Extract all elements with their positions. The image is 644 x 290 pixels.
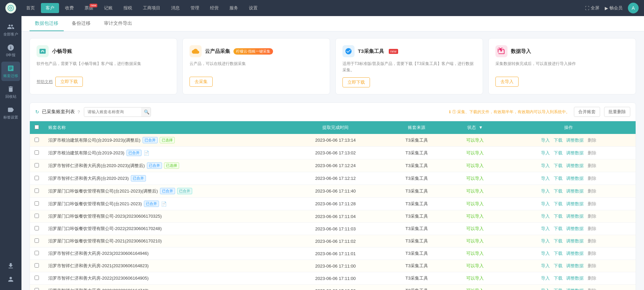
row-checkbox-2[interactable] bbox=[35, 150, 39, 155]
sidebar-item-tag-settings[interactable]: 标签设置 bbox=[1, 103, 20, 123]
action-import-3[interactable]: 导入 bbox=[540, 163, 551, 168]
user-avatar[interactable]: A bbox=[628, 3, 639, 13]
action-import-5[interactable]: 导入 bbox=[540, 189, 551, 194]
action-adjust-11[interactable]: 调整数据 bbox=[565, 263, 585, 268]
action-import-8[interactable]: 导入 bbox=[540, 226, 551, 231]
action-import-1[interactable]: 导入 bbox=[540, 138, 551, 143]
action-delete-11[interactable]: 删除 bbox=[586, 263, 598, 268]
action-delete-3[interactable]: 删除 bbox=[586, 163, 598, 168]
action-download-5[interactable]: 下载 bbox=[552, 189, 564, 194]
row-checkbox-9[interactable] bbox=[35, 238, 39, 243]
nav-business[interactable]: 工商项目 bbox=[138, 3, 165, 13]
action-delete-13[interactable]: 删除 bbox=[586, 288, 598, 290]
action-download-11[interactable]: 下载 bbox=[552, 263, 564, 268]
sidebar-item-all-clients[interactable]: 全部客户 bbox=[1, 20, 20, 40]
action-adjust-8[interactable]: 调整数据 bbox=[565, 226, 585, 231]
action-adjust-9[interactable]: 调整数据 bbox=[565, 238, 585, 243]
nav-management[interactable]: 管理 bbox=[186, 3, 204, 13]
row-checkbox-11[interactable] bbox=[35, 263, 39, 268]
action-delete-1[interactable]: 删除 bbox=[586, 138, 598, 143]
row-checkbox-13[interactable] bbox=[35, 288, 39, 290]
search-input[interactable] bbox=[84, 108, 141, 116]
row-checkbox-8[interactable] bbox=[35, 226, 39, 230]
action-delete-8[interactable]: 删除 bbox=[586, 226, 598, 231]
data-import-btn[interactable]: 去导入 bbox=[495, 77, 519, 87]
action-delete-9[interactable]: 删除 bbox=[586, 238, 598, 243]
nav-settings[interactable]: 设置 bbox=[244, 3, 262, 13]
action-import-4[interactable]: 导入 bbox=[540, 176, 551, 181]
action-delete-10[interactable]: 删除 bbox=[586, 251, 598, 256]
action-adjust-13[interactable]: 调整数据 bbox=[565, 288, 585, 290]
xiaochange-help-link[interactable]: 帮助文档 bbox=[37, 79, 53, 85]
search-button[interactable]: 🔍 bbox=[141, 107, 151, 117]
action-adjust-3[interactable]: 调整数据 bbox=[565, 163, 585, 168]
row-checkbox-5[interactable] bbox=[35, 189, 39, 193]
nav-client[interactable]: 客户 bbox=[41, 3, 59, 13]
select-all-checkbox[interactable] bbox=[35, 125, 39, 129]
row-checkbox-4[interactable] bbox=[35, 176, 39, 180]
sidebar-item-user[interactable] bbox=[1, 273, 20, 286]
action-import-11[interactable]: 导入 bbox=[540, 263, 551, 268]
row-checkbox-3[interactable] bbox=[35, 163, 39, 167]
action-import-12[interactable]: 导入 bbox=[540, 276, 551, 281]
membership-button[interactable]: ▶ 畅会员 bbox=[605, 5, 623, 11]
xiaochange-download-btn[interactable]: 立即下载 bbox=[55, 77, 83, 87]
action-adjust-1[interactable]: 调整数据 bbox=[565, 138, 585, 143]
row-checkbox-1[interactable] bbox=[35, 138, 39, 142]
action-adjust-5[interactable]: 调整数据 bbox=[565, 189, 585, 194]
nav-service[interactable]: 服务 bbox=[225, 3, 243, 13]
t3-download-btn[interactable]: 立即下载 bbox=[342, 77, 370, 87]
action-import-6[interactable]: 导入 bbox=[540, 201, 551, 206]
fullscreen-button[interactable]: ⛶ 全屏 bbox=[585, 5, 599, 11]
action-delete-7[interactable]: 删除 bbox=[586, 214, 598, 219]
action-import-2[interactable]: 导入 bbox=[540, 150, 551, 155]
action-delete-5[interactable]: 删除 bbox=[586, 189, 598, 194]
action-delete-2[interactable]: 删除 bbox=[586, 150, 598, 155]
app-logo[interactable] bbox=[5, 3, 16, 13]
row-checkbox-7[interactable] bbox=[35, 214, 39, 218]
file-icon-6[interactable]: 📄 bbox=[161, 201, 167, 207]
action-import-7[interactable]: 导入 bbox=[540, 214, 551, 219]
nav-tax[interactable]: 报税 bbox=[119, 3, 137, 13]
help-icon[interactable]: ? bbox=[77, 110, 80, 115]
action-adjust-6[interactable]: 调整数据 bbox=[565, 201, 585, 206]
sidebar-item-recycle[interactable]: 回收站 bbox=[1, 82, 20, 102]
action-download-1[interactable]: 下载 bbox=[552, 138, 564, 143]
row-checkbox-10[interactable] bbox=[35, 251, 39, 255]
sidebar-item-download[interactable] bbox=[1, 259, 20, 273]
tab-backup-migration[interactable]: 备份迁移 bbox=[66, 16, 96, 31]
action-adjust-2[interactable]: 调整数据 bbox=[565, 150, 585, 155]
action-delete-6[interactable]: 删除 bbox=[586, 201, 598, 206]
action-delete-4[interactable]: 删除 bbox=[586, 176, 598, 181]
action-download-3[interactable]: 下载 bbox=[552, 163, 564, 168]
merge-accounts-button[interactable]: 合并账套 bbox=[574, 107, 600, 117]
action-download-4[interactable]: 下载 bbox=[552, 176, 564, 181]
action-download-10[interactable]: 下载 bbox=[552, 251, 564, 256]
action-delete-12[interactable]: 删除 bbox=[586, 276, 598, 281]
nav-message[interactable]: 消息 bbox=[166, 3, 184, 13]
tab-data-migration[interactable]: 数据包迁移 bbox=[30, 16, 64, 31]
action-import-9[interactable]: 导入 bbox=[540, 238, 551, 243]
action-download-13[interactable]: 下载 bbox=[552, 288, 564, 290]
action-download-6[interactable]: 下载 bbox=[552, 201, 564, 206]
nav-accounting[interactable]: 记账 bbox=[99, 3, 117, 13]
nav-payment[interactable]: 收费 bbox=[60, 3, 78, 13]
batch-delete-button[interactable]: 批量删除 bbox=[604, 107, 630, 117]
file-icon-2[interactable]: 📄 bbox=[144, 150, 149, 156]
action-download-12[interactable]: 下载 bbox=[552, 276, 564, 281]
action-download-7[interactable]: 下载 bbox=[552, 214, 564, 219]
action-adjust-10[interactable]: 调整数据 bbox=[565, 251, 585, 256]
action-adjust-7[interactable]: 调整数据 bbox=[565, 214, 585, 219]
refresh-icon[interactable]: ↻ bbox=[35, 109, 39, 115]
sidebar-item-zero-report[interactable]: 0申报 bbox=[1, 41, 20, 60]
action-adjust-4[interactable]: 调整数据 bbox=[565, 176, 585, 181]
action-download-2[interactable]: 下载 bbox=[552, 150, 564, 155]
filter-icon[interactable]: ▼ bbox=[479, 125, 483, 130]
action-adjust-12[interactable]: 调整数据 bbox=[565, 276, 585, 281]
action-import-10[interactable]: 导入 bbox=[540, 251, 551, 256]
tab-audit-export[interactable]: 审计文件导出 bbox=[99, 16, 138, 31]
nav-invoice[interactable]: 票据 new bbox=[80, 3, 98, 13]
nav-home[interactable]: 首页 bbox=[21, 3, 40, 13]
cloud-collect-btn[interactable]: 去采集 bbox=[190, 77, 213, 87]
action-download-8[interactable]: 下载 bbox=[552, 226, 564, 231]
